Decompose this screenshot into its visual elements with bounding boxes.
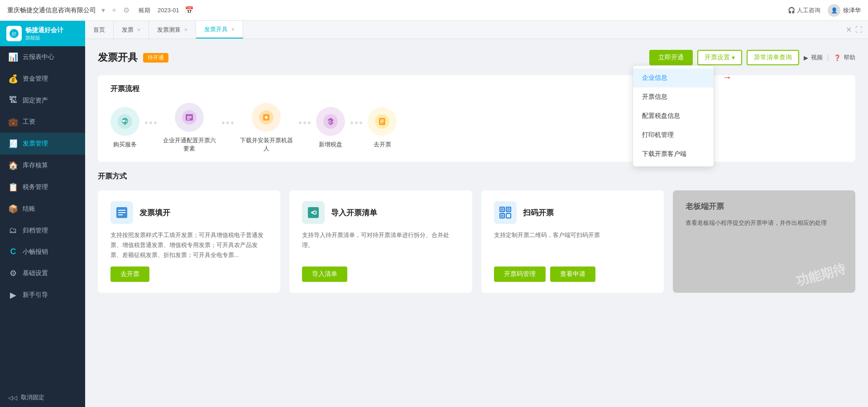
- methods-section-title: 开票方式: [98, 172, 855, 181]
- sidebar-item-label: 结账: [23, 205, 35, 213]
- tab-invoice-calc-close[interactable]: ×: [184, 27, 187, 33]
- sidebar-item-invoice[interactable]: 🧾 发票管理: [0, 133, 85, 155]
- svg-rect-31: [501, 214, 504, 217]
- dropdown-company-info[interactable]: 企业信息: [633, 68, 714, 87]
- page-header-actions: 立即开通 开票设置 ▾ 异常清单查询 ▶ 视频 |: [649, 50, 855, 65]
- sidebar-item-settings[interactable]: ⚙ 基础设置: [0, 262, 85, 284]
- exception-button[interactable]: 异常清单查询: [747, 50, 799, 65]
- step-1-label: 购买服务: [113, 141, 137, 149]
- step-5-icon: [368, 107, 397, 136]
- sidebar-item-label: 库存核算: [23, 161, 48, 170]
- scan-manage-button[interactable]: 开票码管理: [494, 266, 546, 282]
- boss-method-name: 老板端开票: [686, 201, 724, 212]
- logo-icon: 好: [6, 26, 22, 41]
- flow-step-4: 税+ 新增税盘: [316, 107, 345, 149]
- setting-button[interactable]: 开票设置 ▾: [697, 50, 742, 65]
- tab-invoice-close[interactable]: ×: [137, 27, 140, 33]
- svg-text:❤+: ❤+: [122, 119, 128, 124]
- company-name: 重庆畅捷交通信息咨询有限公司: [7, 6, 96, 15]
- sidebar-item-inventory[interactable]: 🏠 库存核算: [0, 155, 85, 176]
- scan-method-icon: [494, 201, 517, 224]
- setting-button-wrap: 开票设置 ▾: [697, 50, 742, 65]
- tab-invoice-issue[interactable]: 发票开具 ×: [196, 21, 243, 39]
- pin-icon: ◁◁: [8, 394, 17, 401]
- scan-method-name: 扫码开票: [523, 208, 554, 218]
- flow-steps: ❤+ 购买服务: [110, 103, 843, 153]
- sidebar-item-cloud-report[interactable]: 📊 云报表中心: [0, 46, 85, 68]
- step-5-label: 去开票: [374, 141, 391, 149]
- connector-2: [222, 121, 234, 124]
- invoice-methods: 发票填开 支持按照发票样式手工填开发票；可开具增值税电子普通发票、增值税普通发票…: [98, 190, 855, 293]
- sidebar-item-fixed-assets[interactable]: 🏗 固定资产: [0, 90, 85, 111]
- sidebar-item-label: 税务管理: [23, 183, 48, 191]
- step-4-label: 新增税盘: [319, 141, 342, 149]
- logo-subtitle: 旗舰版: [25, 34, 63, 41]
- sidebar-logo: 好 畅捷通好会计 旗舰版: [0, 21, 85, 46]
- tab-invoice-issue-close[interactable]: ×: [231, 26, 235, 33]
- import-method-button[interactable]: 导入清单: [302, 266, 347, 282]
- flow-section-title: 开票流程: [110, 84, 843, 94]
- sidebar-item-account[interactable]: 📦 结账: [0, 198, 85, 220]
- page-title: 发票开具: [98, 51, 138, 64]
- manual-method-desc: 支持按照发票样式手工填开发票；可开具增值税电子普通发票、增值税普通发票、增值税专…: [110, 230, 268, 260]
- setting-dropdown-menu: → 企业信息 开票信息 配置税盘信息 打印机管理 下载开票客: [633, 65, 714, 167]
- sidebar-item-salary[interactable]: 💼 工资: [0, 111, 85, 133]
- maximize-window-button[interactable]: ⛶: [855, 26, 863, 34]
- guide-icon: ▶: [8, 290, 18, 300]
- sidebar-item-report[interactable]: C 小畅报销: [0, 241, 85, 262]
- salary-icon: 💼: [8, 117, 18, 127]
- import-method-desc: 支持导入待开票清单，可对待开票清单进行拆分、合并处理。: [302, 230, 459, 260]
- flow-step-1: ❤+ 购买服务: [110, 107, 139, 149]
- user-info[interactable]: 👤 徐泽华: [828, 4, 861, 17]
- sidebar-item-guide[interactable]: ▶ 新手引导: [0, 284, 85, 306]
- play-icon: ▶: [804, 54, 808, 61]
- svg-text:好: 好: [12, 31, 16, 36]
- scan-method-desc: 支持定制开票二维码，客户端可扫码开票: [494, 230, 651, 260]
- step-3-icon: [252, 103, 281, 132]
- method-card-boss: 老板端开票 查看老板端小程序提交的开票申请，并作出相应的处理 功能期待: [673, 190, 855, 293]
- svg-point-11: [265, 116, 268, 119]
- tab-invoice-calc[interactable]: 发票测算 ×: [149, 21, 196, 39]
- import-method-name: 导入开票清单: [331, 208, 377, 218]
- sidebar-item-label: 基础设置: [23, 269, 48, 277]
- sidebar-item-fund[interactable]: 💰 资金管理: [0, 68, 85, 90]
- add-company-icon[interactable]: ＋: [110, 5, 118, 15]
- import-method-icon: [302, 201, 325, 224]
- calendar-icon[interactable]: 📅: [185, 6, 194, 15]
- activate-button[interactable]: 立即开通: [649, 50, 693, 65]
- consult-button[interactable]: 🎧 人工咨询: [788, 6, 820, 15]
- sidebar-item-label: 新手引导: [23, 291, 48, 299]
- cancel-pin-label: 取消固定: [21, 393, 44, 402]
- scan-view-button[interactable]: 查看申请: [550, 266, 595, 282]
- username: 徐泽华: [843, 6, 861, 15]
- video-button[interactable]: ▶ 视频: [804, 53, 823, 62]
- avatar: 👤: [828, 4, 840, 17]
- logo-title: 畅捷通好会计: [25, 26, 63, 34]
- top-bar: 重庆畅捷交通信息咨询有限公司 ▾ ＋ ⚙ 账期 2023-01 📅 🎧 人工咨询…: [0, 0, 868, 21]
- step-3-label: 下载并安装开票机器人: [239, 136, 293, 153]
- dropdown-invoice-info[interactable]: 开票信息: [633, 87, 714, 107]
- settings-icon[interactable]: ⚙: [123, 6, 129, 15]
- status-badge: 待开通: [143, 53, 168, 63]
- flow-step-2: 企业开通配置开票六要素: [162, 103, 216, 153]
- tax-icon: 📋: [8, 182, 18, 192]
- sidebar-item-label: 发票管理: [23, 140, 48, 148]
- report-icon: C: [8, 247, 18, 257]
- close-window-button[interactable]: ✕: [846, 25, 852, 34]
- company-dropdown-icon[interactable]: ▾: [101, 6, 105, 15]
- dropdown-printer[interactable]: 打印机管理: [633, 126, 714, 145]
- sidebar-item-archive[interactable]: 🗂 归档管理: [0, 220, 85, 241]
- tab-home[interactable]: 首页: [85, 21, 114, 39]
- svg-rect-29: [501, 208, 504, 211]
- manual-method-button[interactable]: 去开票: [110, 266, 149, 282]
- sidebar-item-label: 资金管理: [23, 75, 48, 83]
- sidebar-item-tax[interactable]: 📋 税务管理: [0, 176, 85, 198]
- tab-bar: 首页 发票 × 发票测算 × 发票开具 × ✕ ⛶: [85, 21, 868, 39]
- svg-rect-30: [507, 208, 510, 211]
- help-button[interactable]: ❓ 帮助: [834, 53, 855, 62]
- method-card-manual: 发票填开 支持按照发票样式手工填开发票；可开具增值税电子普通发票、增值税普通发票…: [98, 190, 280, 293]
- dropdown-tax-disk[interactable]: 配置税盘信息: [633, 107, 714, 126]
- dropdown-download-client[interactable]: 下载开票客户端: [633, 145, 714, 164]
- tab-invoice[interactable]: 发票 ×: [114, 21, 149, 39]
- cancel-pin[interactable]: ◁◁ 取消固定: [0, 388, 85, 407]
